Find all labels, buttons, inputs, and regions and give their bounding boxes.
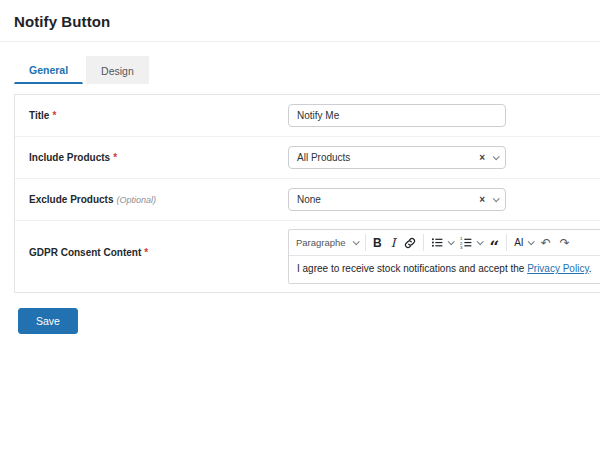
header-divider (0, 41, 600, 42)
undo-button[interactable]: ↶ (540, 236, 552, 250)
form-row-include-products: Include Products* All Products × (15, 137, 600, 179)
link-icon[interactable] (404, 237, 416, 249)
toolbar-separator (423, 234, 424, 251)
numbered-list-button[interactable]: 1 2 3 (460, 236, 482, 249)
chevron-down-icon[interactable] (493, 153, 500, 160)
consent-text: I agree to receive stock notifications a… (297, 263, 527, 274)
tab-design[interactable]: Design (86, 56, 149, 84)
optional-note: (Optional) (116, 195, 156, 205)
tab-general-label: General (29, 64, 68, 76)
gdpr-consent-label: GDPR Consent Content* (29, 229, 288, 258)
ai-label: AI (514, 237, 523, 248)
tab-design-label: Design (101, 65, 134, 77)
settings-card: Title* Include Products* All Products × (14, 94, 600, 293)
title-input[interactable] (288, 104, 506, 127)
gdpr-consent-textarea[interactable]: I agree to receive stock notifications a… (289, 256, 600, 283)
clear-selection-icon[interactable]: × (479, 194, 485, 205)
save-button[interactable]: Save (18, 308, 78, 334)
blockquote-icon: “ (489, 243, 499, 251)
redo-button[interactable]: ↷ (559, 236, 571, 250)
chevron-down-icon (527, 238, 534, 245)
editor-toolbar: Paragraphe B I (289, 230, 600, 256)
exclude-products-select[interactable]: None × (288, 188, 506, 211)
required-marker: * (144, 247, 148, 258)
clear-selection-icon[interactable]: × (479, 152, 485, 163)
tab-general[interactable]: General (14, 55, 83, 84)
title-label: Title* (29, 110, 288, 121)
chevron-down-icon (448, 238, 455, 245)
rich-text-editor: Paragraphe B I (288, 229, 600, 284)
form-row-gdpr-consent: GDPR Consent Content* Paragraphe B (15, 221, 600, 292)
numbered-list-icon: 1 2 3 (460, 236, 473, 249)
consent-text-period: . (589, 263, 592, 274)
exclude-products-label: Exclude Products(Optional) (29, 194, 288, 205)
form-row-exclude-products: Exclude Products(Optional) None × (15, 179, 600, 221)
include-products-select[interactable]: All Products × (288, 146, 506, 169)
toolbar-separator (365, 234, 366, 251)
required-marker: * (52, 110, 56, 121)
bold-button[interactable]: B (373, 236, 382, 250)
paragraph-style-dropdown[interactable]: Paragraphe (296, 237, 358, 248)
tab-bar: General Design (14, 55, 600, 84)
include-products-label: Include Products* (29, 152, 288, 163)
ai-dropdown-button[interactable]: AI (514, 237, 532, 248)
form-row-title: Title* (15, 95, 600, 137)
svg-text:3: 3 (460, 245, 463, 249)
toolbar-separator (506, 234, 507, 251)
bullet-list-button[interactable] (431, 236, 453, 249)
chevron-down-icon[interactable] (493, 195, 500, 202)
privacy-policy-link[interactable]: Privacy Policy (527, 263, 589, 274)
chevron-down-icon (477, 238, 484, 245)
undo-icon: ↶ (541, 236, 551, 250)
redo-icon: ↷ (560, 236, 570, 250)
blockquote-button[interactable]: “ (489, 235, 499, 251)
settings-page: Notify Button General Design Title* Incl… (0, 0, 600, 334)
page-title: Notify Button (14, 13, 600, 30)
include-products-value: All Products (297, 152, 479, 163)
exclude-products-value: None (297, 194, 479, 205)
paragraph-style-label: Paragraphe (296, 237, 346, 248)
italic-button[interactable]: I (389, 236, 398, 250)
bullet-list-icon (431, 236, 444, 249)
required-marker: * (113, 152, 117, 163)
chevron-down-icon (353, 238, 360, 245)
